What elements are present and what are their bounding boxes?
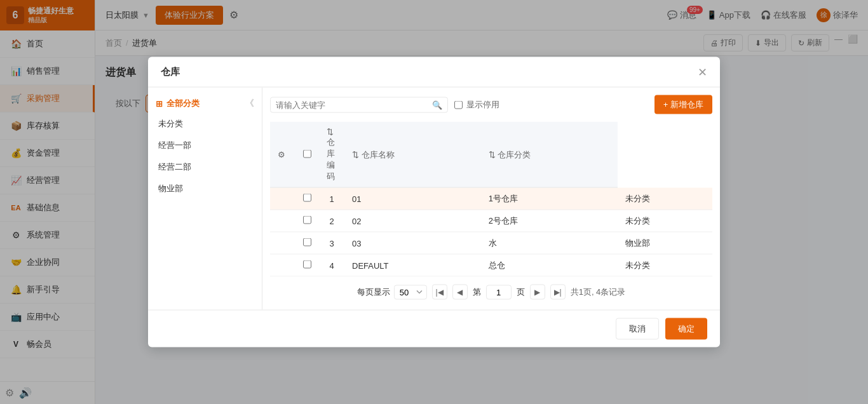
row-num-4: 4 [319, 254, 344, 276]
select-all-checkbox[interactable] [303, 149, 311, 158]
row-checkbox-2[interactable] [303, 216, 311, 224]
sort-icon[interactable]: ⇅ [327, 127, 334, 137]
warehouse-modal: 仓库 ✕ ⊞ 全部分类 《 未分类 经营一部 经营二部 物业部 [148, 57, 720, 347]
pagination: 每页显示 50 20 100 |◀ ◀ 第 页 ▶ ▶| 共1页, 4条记录 [270, 277, 712, 302]
warehouse-table: ⚙ ⇅ 仓库编码 ⇅ 仓库名称 ⇅ [270, 122, 712, 277]
category-item-property[interactable]: 物业部 [148, 178, 262, 199]
row-check-2 [295, 210, 319, 232]
row-checkbox-3[interactable] [303, 238, 311, 246]
category-panel: ⊞ 全部分类 《 未分类 经营一部 经营二部 物业部 [148, 88, 262, 310]
category-item-dept1[interactable]: 经营一部 [148, 135, 262, 156]
add-warehouse-btn[interactable]: + 新增仓库 [654, 95, 712, 114]
row-code-3: 03 [344, 232, 481, 254]
confirm-button[interactable]: 确定 [665, 318, 707, 340]
show-disabled-checkbox[interactable] [454, 100, 463, 109]
modal-footer: 取消 确定 [148, 310, 720, 347]
row-check-3 [295, 232, 319, 254]
sort-category-icon[interactable]: ⇅ [489, 149, 496, 159]
page-next-btn[interactable]: ▶ [530, 285, 545, 300]
search-box: 🔍 [270, 97, 448, 112]
search-icon: 🔍 [432, 100, 442, 109]
row-checkbox-4[interactable] [303, 260, 311, 269]
row-code-2: 02 [344, 210, 481, 232]
modal-header: 仓库 ✕ [148, 57, 720, 88]
row-check-1 [295, 187, 319, 210]
row-code-4: DEFAULT [344, 254, 481, 276]
gear-header-icon[interactable]: ⚙ [278, 150, 285, 159]
row-actions-1 [270, 187, 295, 210]
table-row[interactable]: 2 02 2号仓库 未分类 [270, 210, 712, 232]
modal-body: ⊞ 全部分类 《 未分类 经营一部 经营二部 物业部 [148, 88, 720, 310]
category-all-label[interactable]: ⊞ 全部分类 [156, 98, 200, 109]
grid-icon: ⊞ [156, 98, 163, 108]
row-num-3: 3 [319, 232, 344, 254]
modal-title: 仓库 [161, 66, 180, 78]
row-actions-3 [270, 232, 295, 254]
row-category-2: 未分类 [618, 210, 712, 232]
row-check-4 [295, 254, 319, 276]
col-name-header: ⇅ 仓库名称 [344, 122, 481, 188]
col-check-header [295, 122, 319, 188]
category-item-unclassified[interactable]: 未分类 [148, 113, 262, 135]
category-collapse-btn[interactable]: 《 [245, 98, 254, 109]
sort-name-icon[interactable]: ⇅ [352, 149, 359, 159]
search-input[interactable] [276, 100, 432, 109]
table-header-row: ⚙ ⇅ 仓库编码 ⇅ 仓库名称 ⇅ [270, 122, 712, 188]
category-header: ⊞ 全部分类 《 [148, 94, 262, 113]
page-size-dropdown[interactable]: 50 20 100 [394, 285, 427, 299]
row-category-4: 未分类 [618, 254, 712, 276]
table-row[interactable]: 4 DEFAULT 总仓 未分类 [270, 254, 712, 276]
row-checkbox-1[interactable] [303, 194, 311, 202]
row-actions-2 [270, 210, 295, 232]
row-name-4: 总仓 [481, 254, 618, 276]
show-disabled-label: 显示停用 [454, 99, 499, 111]
category-item-dept2[interactable]: 经营二部 [148, 156, 262, 178]
modal-close-btn[interactable]: ✕ [698, 66, 707, 77]
col-actions-header: ⚙ [270, 122, 295, 188]
cancel-button[interactable]: 取消 [616, 318, 659, 340]
row-actions-4 [270, 254, 295, 276]
row-category-1: 未分类 [618, 187, 712, 210]
col-code-header: ⇅ 仓库编码 [319, 122, 344, 188]
row-name-3: 水 [481, 232, 618, 254]
row-category-3: 物业部 [618, 232, 712, 254]
row-name-1: 1号仓库 [481, 187, 618, 210]
page-total-info: 共1页, 4条记录 [571, 286, 626, 298]
table-row[interactable]: 1 01 1号仓库 未分类 [270, 187, 712, 210]
table-panel: 🔍 显示停用 + 新增仓库 ⚙ ⇅ 仓 [262, 88, 720, 310]
page-last-btn[interactable]: ▶| [550, 285, 566, 300]
page-prev-btn[interactable]: ◀ [452, 285, 468, 300]
table-row[interactable]: 3 03 水 物业部 [270, 232, 712, 254]
col-category-header: ⇅ 仓库分类 [481, 122, 618, 188]
row-num-2: 2 [319, 210, 344, 232]
row-code-1: 01 [344, 187, 481, 210]
page-first-btn[interactable]: |◀ [432, 285, 447, 300]
row-name-2: 2号仓库 [481, 210, 618, 232]
row-num-1: 1 [319, 187, 344, 210]
table-toolbar: 🔍 显示停用 + 新增仓库 [270, 95, 712, 114]
page-number-input[interactable] [486, 285, 512, 299]
page-size-select: 每页显示 50 20 100 [357, 285, 427, 299]
table-container: ⚙ ⇅ 仓库编码 ⇅ 仓库名称 ⇅ [270, 122, 712, 277]
